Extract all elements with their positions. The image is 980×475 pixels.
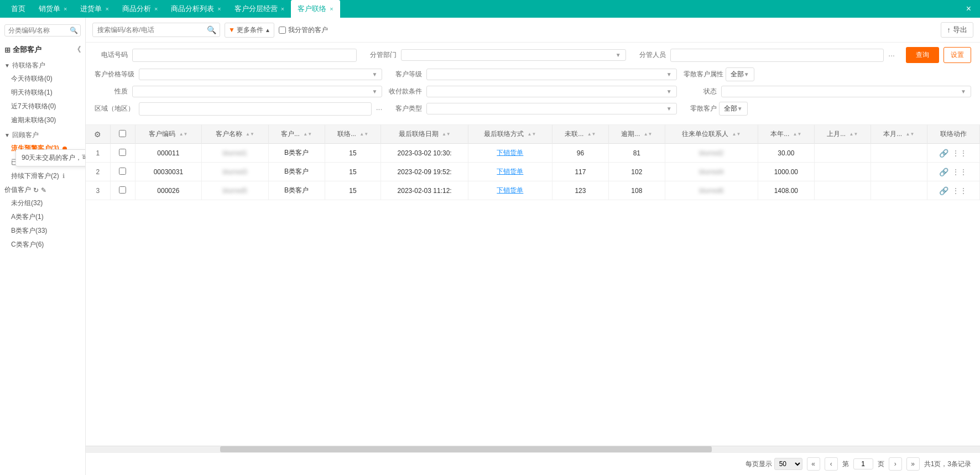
filter-search-btn[interactable]: 🔍 <box>204 23 220 36</box>
dept-select[interactable]: ▼ <box>401 49 625 61</box>
tab-close-customer-contact[interactable]: × <box>330 6 333 12</box>
tab-close-customer-tier[interactable]: × <box>281 6 284 12</box>
phone-label: 电话号码 <box>95 50 128 60</box>
payment-select[interactable]: ▼ <box>426 86 676 97</box>
action-link-icon-1[interactable]: 🔗 <box>939 168 948 176</box>
filter-search-input[interactable] <box>93 24 204 36</box>
nature-label: 性质 <box>95 87 128 96</box>
col-this-month[interactable]: 本月... ▲▼ <box>870 125 927 144</box>
sidebar-group-pending[interactable]: ▼ 待联络客户 <box>0 58 85 72</box>
col-code[interactable]: 客户编码 ▲▼ <box>135 125 201 144</box>
row-checkbox-1[interactable] <box>119 168 126 175</box>
sidebar-item-ungrouped[interactable]: 未分组(32) <box>0 196 85 210</box>
price-level-select[interactable]: ▼ <box>139 69 382 80</box>
cell-action-1[interactable]: 🔗 ⋮⋮ <box>927 163 979 181</box>
region-more-icon[interactable]: ··· <box>376 105 383 113</box>
tab-analysis[interactable]: 商品分析 × <box>116 0 164 18</box>
col-contact[interactable]: 联络... ▲▼ <box>325 125 381 144</box>
col-checkbox[interactable] <box>110 125 135 144</box>
page-input[interactable] <box>853 458 873 469</box>
tab-close-analysis-list[interactable]: × <box>217 6 221 12</box>
col-last-month[interactable]: 上月... ▲▼ <box>814 125 870 144</box>
cell-checkbox-0[interactable] <box>110 144 135 163</box>
zero-customer-select[interactable]: 全部 ▼ <box>719 102 748 116</box>
customer-level-select[interactable]: ▼ <box>426 69 676 80</box>
col-type[interactable]: 客户... ▲▼ <box>268 125 325 144</box>
sidebar-item-today[interactable]: 今天待联络(0) <box>0 72 85 86</box>
nature-select[interactable]: ▼ <box>132 86 382 97</box>
last-page-btn[interactable]: » <box>906 457 920 471</box>
tab-customer-contact[interactable]: 客户联络 × <box>291 0 340 18</box>
cell-last-method-1[interactable]: 下销货单 <box>468 163 552 181</box>
col-last-method[interactable]: 最后联络方式 ▲▼ <box>468 125 552 144</box>
row-checkbox-2[interactable] <box>119 186 126 194</box>
region-input[interactable] <box>139 102 372 116</box>
collapse-icon[interactable]: 《 <box>74 45 81 55</box>
col-this-year[interactable]: 本年... ▲▼ <box>758 125 814 144</box>
sidebar-group-value[interactable]: 价值客户 ↻ ✎ <box>0 183 85 196</box>
col-overdue[interactable]: 逾期... ▲▼ <box>608 125 665 144</box>
sidebar-item-declining[interactable]: 持续下滑客户(2) ℹ <box>0 169 85 183</box>
setting-btn[interactable]: 设置 <box>943 47 971 63</box>
cell-last-method-2[interactable]: 下销货单 <box>468 181 552 200</box>
page-size-select[interactable]: 50 100 <box>774 458 802 470</box>
refresh-icon[interactable]: ↻ <box>33 186 39 194</box>
customer-type-select[interactable]: ▼ <box>426 103 676 114</box>
tab-close-purchase[interactable]: × <box>105 6 108 12</box>
action-link-icon-0[interactable]: 🔗 <box>939 149 948 158</box>
col-settings[interactable]: ⚙ <box>86 125 110 144</box>
cell-contact-person-1: blurred4 <box>665 163 758 181</box>
action-menu-icon-0[interactable]: ⋮⋮ <box>952 149 967 158</box>
horizontal-scrollbar[interactable] <box>86 446 980 452</box>
tab-analysis-list[interactable]: 商品分析列表 × <box>164 0 227 18</box>
tab-close-analysis[interactable]: × <box>154 6 158 12</box>
sidebar-item-7days[interactable]: 近7天待联络(0) <box>0 100 85 113</box>
first-page-btn[interactable]: « <box>807 457 820 471</box>
phone-input[interactable] <box>132 49 357 62</box>
action-menu-icon-2[interactable]: ⋮⋮ <box>952 186 967 195</box>
manager-more-icon[interactable]: ··· <box>888 51 895 60</box>
my-customers-checkbox[interactable] <box>279 27 286 34</box>
tab-sales[interactable]: 销货单 × <box>32 0 74 18</box>
cell-checkbox-2[interactable] <box>110 181 135 200</box>
sidebar-item-class-c[interactable]: C类客户(6) <box>0 238 85 252</box>
col-name[interactable]: 客户名称 ▲▼ <box>202 125 268 144</box>
settings-col-icon[interactable]: ⚙ <box>91 130 105 139</box>
edit-icon[interactable]: ✎ <box>41 186 46 194</box>
scrollbar-thumb[interactable] <box>220 446 712 452</box>
tab-close-sales[interactable]: × <box>64 6 67 12</box>
prev-page-btn[interactable]: ‹ <box>825 457 838 471</box>
filter-more-btn[interactable]: ▼ 更多条件 ▲ <box>225 23 274 38</box>
sidebar-item-tomorrow[interactable]: 明天待联络(1) <box>0 86 85 100</box>
tab-home[interactable]: 首页 <box>4 0 32 18</box>
cell-action-2[interactable]: 🔗 ⋮⋮ <box>927 181 979 200</box>
my-customers-checkbox-label[interactable]: 我分管的客户 <box>279 25 328 35</box>
sidebar-item-class-a[interactable]: A类客户(1) <box>0 210 85 224</box>
action-link-icon-2[interactable]: 🔗 <box>939 186 948 195</box>
status-select[interactable]: ▼ <box>721 86 971 97</box>
filter-customer-type: 客户类型 ▼ <box>389 103 676 114</box>
cell-checkbox-1[interactable] <box>110 163 135 181</box>
filter-actions: 查询 设置 <box>906 47 971 63</box>
sidebar-group-review[interactable]: ▼ 回顾客户 <box>0 127 85 142</box>
export-icon: ↑ <box>947 26 951 34</box>
cell-last-method-0[interactable]: 下销货单 <box>468 144 552 163</box>
col-unliaison[interactable]: 未联... ▲▼ <box>552 125 608 144</box>
action-menu-icon-1[interactable]: ⋮⋮ <box>952 168 967 176</box>
cell-action-0[interactable]: 🔗 ⋮⋮ <box>927 144 979 163</box>
col-contact-person[interactable]: 往来单位联系人 ▲▼ <box>665 125 758 144</box>
export-btn[interactable]: ↑ 导出 <box>941 22 973 38</box>
sidebar-item-class-b[interactable]: B类客户(33) <box>0 224 85 238</box>
sidebar-item-overdue[interactable]: 逾期未联络(30) <box>0 113 85 127</box>
manager-input[interactable] <box>670 49 884 62</box>
tab-purchase[interactable]: 进货单 × <box>74 0 115 18</box>
col-last-date[interactable]: 最后联络日期 ▲▼ <box>381 125 468 144</box>
zero-attr-select[interactable]: 全部 ▼ <box>726 67 754 81</box>
next-page-btn[interactable]: › <box>889 457 902 471</box>
row-checkbox-0[interactable] <box>119 149 126 156</box>
tab-customer-tier[interactable]: 客户分层经营 × <box>228 0 291 18</box>
window-close-btn[interactable]: × <box>962 4 976 14</box>
query-btn[interactable]: 查询 <box>906 47 939 63</box>
select-all-checkbox[interactable] <box>119 130 126 137</box>
sidebar-all-customers[interactable]: ⊞ 全部客户 《 <box>0 42 85 58</box>
